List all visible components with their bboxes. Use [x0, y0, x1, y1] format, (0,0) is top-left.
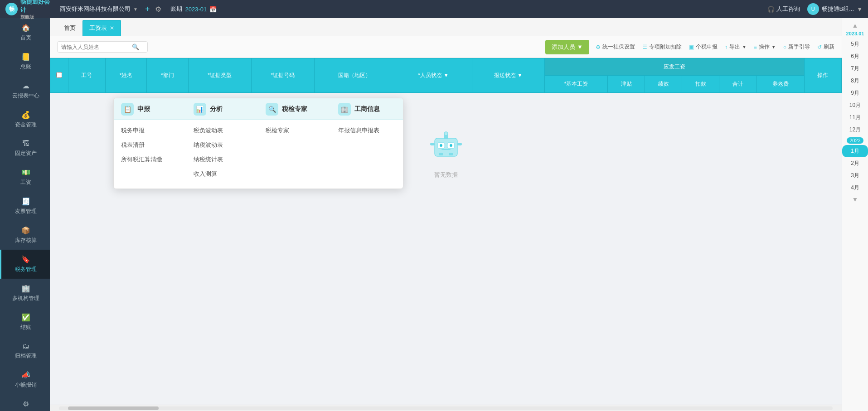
- menu-item-tax-fluctuation[interactable]: 纳税波动表: [186, 138, 259, 152]
- sidebar-item-invoice[interactable]: 🧾 发票管理: [0, 192, 50, 221]
- th-total: 合计: [719, 76, 756, 93]
- rp-month-2[interactable]: 2月: [842, 157, 868, 169]
- tab-salary-label: 工资表: [89, 24, 107, 32]
- sidebar-item-settlement[interactable]: ✅ 结账: [0, 308, 50, 337]
- scrollbar-track[interactable]: [59, 406, 833, 410]
- guide-toolbar-icon: ○: [783, 44, 786, 50]
- toolbar-actions: ♻ 统一社保设置 ☰ 专项附加扣除 ▣ 个税申报 ↑ 导出 ▼: [596, 43, 834, 51]
- rp-year-badge: 2023: [847, 137, 863, 144]
- sidebar-item-inventory[interactable]: 📦 库存核算: [0, 221, 50, 250]
- company-selector[interactable]: 西安虾米网络科技有限公司 ▼: [60, 5, 138, 13]
- svg-rect-5: [430, 143, 435, 145]
- sidebar-item-ledger[interactable]: 📒 总账: [0, 47, 50, 76]
- tab-salary[interactable]: 工资表 ✕: [82, 20, 121, 36]
- rp-month-12[interactable]: 12月: [842, 124, 868, 136]
- rp-month-1[interactable]: 1月: [842, 145, 868, 157]
- add-person-button[interactable]: 添加人员 ▼: [545, 40, 589, 54]
- menu-item-income-estimate[interactable]: 收入测算: [186, 167, 259, 181]
- tax-report-icon: ▣: [689, 44, 694, 50]
- settings-button[interactable]: ⚙: [155, 5, 161, 14]
- sidebar-item-salary[interactable]: 💵 工资: [0, 163, 50, 192]
- rp-month-4[interactable]: 4月: [842, 182, 868, 194]
- dropdown-section-business: 🏢 工商信息 年报信息申报表: [331, 98, 403, 181]
- social-insurance-icon: ♻: [596, 44, 601, 50]
- th-checkbox[interactable]: [50, 58, 68, 93]
- sidebar-item-assets[interactable]: 🏗 固定资产: [0, 134, 50, 163]
- menu-item-tax-table[interactable]: 税表清册: [114, 138, 186, 152]
- svg-point-8: [450, 144, 452, 147]
- select-all-checkbox[interactable]: [56, 72, 62, 78]
- dropdown-section-analysis: 📊 分析 税负波动表 纳税波动表 纳税统计表 收入测算: [186, 98, 259, 181]
- section-tax-expert-header: 🔍 税检专家: [258, 98, 331, 120]
- user-info[interactable]: U 畅捷通B组... ▼: [807, 3, 863, 15]
- add-company-button[interactable]: +: [145, 5, 150, 14]
- menu-item-tax-expert[interactable]: 税检专家: [258, 123, 331, 138]
- sidebar-item-tax[interactable]: 🔖 税务管理: [0, 250, 50, 279]
- period-display: 账期 2023-01 📅: [170, 5, 217, 13]
- sidebar-item-settings[interactable]: ⚙ 基础设置: [0, 394, 50, 411]
- dropdown-section-declaration: 📋 申报 税务申报 税表清册 所得税汇算清缴: [114, 98, 186, 181]
- section-business-title: 工商信息: [354, 105, 380, 113]
- refresh-action[interactable]: ↺ 刷新: [817, 43, 834, 51]
- dropdown-menu[interactable]: 📋 申报 税务申报 税表清册 所得税汇算清缴 📊 分析: [113, 98, 403, 189]
- menu-item-tax-burden[interactable]: 税负波动表: [186, 123, 259, 138]
- menu-item-tax-declare[interactable]: 税务申报: [114, 123, 186, 138]
- empty-state-icon: [428, 129, 464, 165]
- rp-month-11[interactable]: 11月: [842, 111, 868, 124]
- rp-month-6[interactable]: 6月: [842, 50, 868, 63]
- menu-item-annual-report[interactable]: 年报信息申报表: [331, 123, 403, 138]
- export-icon: ↑: [725, 44, 727, 50]
- sidebar-item-archive[interactable]: 🗂 归档管理: [0, 337, 50, 365]
- rp-year-header: 2023.01: [846, 31, 864, 36]
- assets-icon: 🏗: [22, 140, 29, 148]
- th-status: *人员状态 ▼: [395, 58, 472, 93]
- tab-home[interactable]: 首页: [57, 20, 82, 36]
- special-deduction-action[interactable]: ☰ 专项附加扣除: [642, 43, 682, 51]
- tab-salary-close[interactable]: ✕: [110, 25, 114, 31]
- rp-down-arrow[interactable]: ▼: [850, 194, 860, 205]
- sidebar-item-invoice-label: 发票管理: [15, 208, 37, 215]
- scrollbar-thumb[interactable]: [68, 406, 159, 410]
- rp-month-3[interactable]: 3月: [842, 169, 868, 182]
- support-button[interactable]: 🎧 人工咨询: [767, 5, 800, 13]
- main-layout: 🏠 首页 📒 总账 ☁ 云报表中心 💰 资金管理 🏗 固定资产 💵 工资 🧾 发…: [0, 18, 868, 411]
- th-id: 工号: [68, 58, 106, 93]
- period-calendar-icon[interactable]: 📅: [209, 6, 217, 13]
- menu-item-income-tax[interactable]: 所得税汇算清缴: [114, 152, 186, 167]
- th-deduction: 扣款: [682, 76, 719, 93]
- tabs-bar: 首页 工资表 ✕: [50, 18, 842, 36]
- sidebar-item-home[interactable]: 🏠 首页: [0, 18, 50, 47]
- section-declaration-title: 申报: [137, 105, 150, 113]
- tax-report-action[interactable]: ▣ 个税申报: [689, 43, 718, 51]
- settlement-icon: ✅: [21, 313, 30, 322]
- export-action[interactable]: ↑ 导出 ▼: [725, 43, 747, 51]
- rp-month-7[interactable]: 7月: [842, 63, 868, 75]
- social-insurance-action[interactable]: ♻ 统一社保设置: [596, 43, 635, 51]
- dropdown-section-tax-expert: 🔍 税检专家 税检专家: [258, 98, 331, 181]
- content-area: 首页 工资表 ✕ 🔍 添加人员 ▼ ♻ 统一社保: [50, 18, 842, 411]
- user-name: 畅捷通B组...: [822, 5, 854, 13]
- search-input[interactable]: [61, 44, 129, 50]
- rp-up-arrow[interactable]: ▲: [850, 20, 860, 31]
- business-icon: 🏢: [338, 103, 351, 116]
- guide-action[interactable]: ○ 新手引导: [783, 43, 810, 51]
- rp-month-10[interactable]: 10月: [842, 99, 868, 111]
- svg-point-11: [444, 132, 448, 135]
- sidebar-item-multi-org[interactable]: 🏢 多机构管理: [0, 279, 50, 308]
- th-salary-group: 应发工资: [544, 58, 804, 76]
- rp-month-8[interactable]: 8月: [842, 75, 868, 87]
- sidebar-item-cloud-reports[interactable]: ☁ 云报表中心: [0, 76, 50, 105]
- th-pension: 养老费: [756, 76, 805, 93]
- rp-month-5[interactable]: 5月: [842, 38, 868, 50]
- operations-action[interactable]: ≡ 操作 ▼: [754, 43, 776, 51]
- rp-month-9[interactable]: 9月: [842, 87, 868, 99]
- salary-icon: 💵: [21, 168, 30, 177]
- empty-state-text: 暂无数据: [434, 171, 458, 179]
- sidebar-item-promo[interactable]: 📣 小畅报销: [0, 365, 50, 394]
- menu-item-tax-stats[interactable]: 纳税统计表: [186, 152, 259, 167]
- bottom-scrollbar[interactable]: [50, 405, 842, 411]
- sidebar-item-fund[interactable]: 💰 资金管理: [0, 105, 50, 134]
- svg-rect-4: [449, 153, 453, 155]
- svg-point-7: [440, 144, 442, 147]
- period-value: 2023-01: [185, 6, 207, 13]
